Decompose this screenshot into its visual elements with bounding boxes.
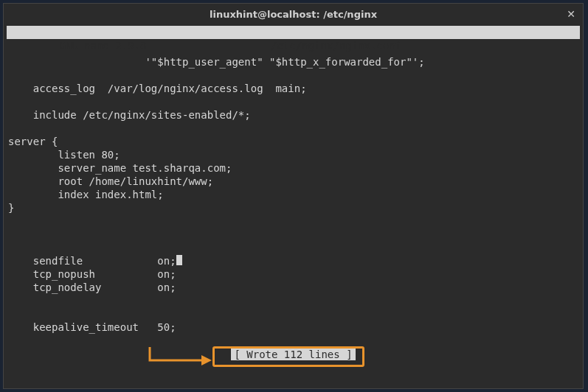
status-message: [ Wrote 112 lines ] <box>231 349 355 360</box>
close-icon[interactable]: ✕ <box>564 7 578 21</box>
nano-filename: /etc/nginx/nginx.conf <box>271 40 401 52</box>
editor-line: index index.html; <box>8 188 578 201</box>
editor-line: tcp_nopush on; <box>8 267 578 281</box>
editor-line: root /home/linuxhint/www; <box>8 175 578 188</box>
editor-line: '"$http_user_agent" "$http_x_forwarded_f… <box>8 55 578 69</box>
editor-line <box>8 214 578 228</box>
editor-line: keepalive_timeout 50; <box>8 321 578 334</box>
editor-body[interactable]: '"$http_user_agent" "$http_x_forwarded_f… <box>4 39 583 334</box>
nano-version: GNU nano 2.9.8 <box>47 40 147 52</box>
editor-line: tcp_nodelay on; <box>8 281 578 294</box>
titlebar: linuxhint@localhost: /etc/nginx ✕ <box>4 4 583 24</box>
cursor <box>176 255 182 265</box>
editor-line: } <box>8 201 578 214</box>
editor-line <box>8 69 578 82</box>
terminal-window: linuxhint@localhost: /etc/nginx ✕ GNU na… <box>3 3 584 389</box>
nano-header-spacer <box>146 40 271 52</box>
editor-line <box>8 95 578 108</box>
editor-line <box>8 122 578 135</box>
terminal-area[interactable]: GNU nano 2.9.8 /etc/nginx/nginx.conf '"$… <box>4 24 583 388</box>
editor-line <box>8 294 578 307</box>
window-title: linuxhint@localhost: /etc/nginx <box>210 9 377 20</box>
shortcut-bar: ^GGet Help^OWrite Out^WWhere Is^KCut Tex… <box>7 362 580 388</box>
editor-line <box>8 241 578 254</box>
editor-line <box>8 307 578 321</box>
editor-line: sendfile on; <box>8 254 578 267</box>
editor-line: server_name test.sharqa.com; <box>8 161 578 175</box>
editor-line: listen 80; <box>8 148 578 161</box>
editor-line: server { <box>8 135 578 148</box>
editor-line: include /etc/nginx/sites-enabled/*; <box>8 108 578 122</box>
status-line: [ Wrote 112 lines ] <box>4 349 583 360</box>
editor-line <box>8 228 578 241</box>
editor-line: access_log /var/log/nginx/access.log mai… <box>8 82 578 95</box>
nano-header: GNU nano 2.9.8 /etc/nginx/nginx.conf <box>7 26 580 39</box>
